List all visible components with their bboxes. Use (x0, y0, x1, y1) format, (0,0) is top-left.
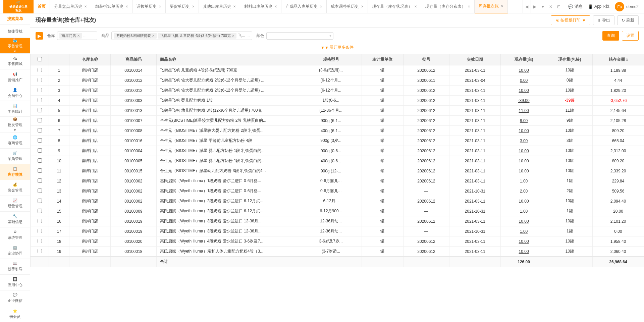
warehouse-tag-remove[interactable]: ✕ (77, 34, 80, 38)
row-checkbox[interactable] (38, 138, 42, 143)
sidebar-item-pi-fa[interactable]: 📦 批发管理 ▼ (0, 117, 30, 132)
warehouse-more[interactable]: ... (83, 34, 87, 38)
row-checkbox[interactable] (38, 249, 42, 253)
cell-checkbox (31, 186, 49, 196)
tab-cheng-ben[interactable]: 成本调整单历史 ✕ (327, 0, 368, 13)
tab-prev-btn[interactable]: ◀ (523, 0, 531, 13)
product-tag-1-remove[interactable]: ✕ (152, 34, 155, 38)
tab-cai-liao[interactable]: 材料出库单历史 ✕ (240, 0, 281, 13)
sidebar-item-ku-cun[interactable]: 📋 库存核算 (0, 164, 30, 180)
tab-close-yao-huo[interactable]: ✕ (192, 5, 195, 8)
warehouse-tag-group[interactable]: 南岸门店 ✕ ... (57, 32, 97, 40)
tab-chan-pin[interactable]: 产成品入库单历史 ✕ (281, 0, 327, 13)
template-print-btn[interactable]: 🖨 按模板打印 ▼ (551, 15, 590, 25)
expand-more-btn[interactable]: ▼▼ 展开更多条件 (321, 45, 354, 50)
tab-close-xian-cun-zhuang[interactable]: ✕ (414, 5, 417, 8)
cell-code: 00100015 (110, 166, 157, 176)
sidebar-item-ying-yong[interactable]: 🔲 应用中心 (0, 275, 30, 290)
tab-close-cai-liao[interactable]: ✕ (274, 5, 277, 8)
sidebar-label-xi-tong: 系统管理 (8, 235, 22, 240)
row-checkbox[interactable] (38, 128, 42, 132)
select-all-checkbox[interactable] (38, 57, 42, 61)
tab-xian-cun-zhuang[interactable]: 现存量（库存状况表） ✕ (368, 0, 421, 13)
sidebar-item-jing-ying[interactable]: 📈 经营管理 (0, 196, 30, 212)
query-button[interactable]: 查询 (602, 31, 619, 41)
export-btn[interactable]: ⬇ 导出 (593, 15, 614, 25)
tab-zu-zhuang[interactable]: 组装拆卸单历史 ✕ (91, 0, 132, 13)
ling-shou-icon: 🏪 (13, 38, 17, 43)
zi-jin-icon: 💰 (13, 182, 17, 187)
sidebar-item-ling-shou[interactable]: 🏪 零售管理 ▼ (0, 38, 30, 54)
sidebar-item-ying-xiao[interactable]: 📢 营销推广 (0, 69, 30, 85)
user-area[interactable]: Ea demo2 (615, 2, 639, 11)
cell-spec: (12-36个月... (300, 106, 362, 116)
amount-info-icon[interactable]: ℹ (626, 57, 628, 61)
sidebar-item-ling-shou-shang[interactable]: 🛍 零售商城 (0, 54, 30, 69)
cell-expire: 2021-03-11 (449, 136, 501, 146)
tab-close-chan-pin[interactable]: ✕ (320, 5, 322, 8)
row-checkbox[interactable] (38, 178, 42, 183)
row-checkbox[interactable] (38, 118, 42, 122)
refresh-btn[interactable]: ↻ 刷新 (617, 15, 639, 25)
row-checkbox[interactable] (38, 239, 42, 243)
sidebar-item-ji-chu[interactable]: 🔧 基础信息 (0, 212, 30, 227)
filter-toggle-btn[interactable]: ▶ (36, 32, 43, 40)
tab-close-tiao-bo[interactable]: ✕ (159, 5, 161, 8)
page-header: 现存量查询(按仓库+批次) 🖨 按模板打印 ▼ ⬇ 导出 ↻ 刷新 (30, 13, 644, 28)
product-tag-more[interactable]: ... (247, 34, 250, 38)
sidebar-search[interactable]: 搜索菜单 (0, 13, 30, 25)
tab-close-cheng-ben[interactable]: ✕ (361, 5, 364, 8)
sidebar-item-ling-shou-tong[interactable]: 📊 零售统计 (0, 101, 30, 117)
message-btn[interactable]: 💬 消息 (568, 4, 583, 9)
tab-close-qi-ta-chu[interactable]: ✕ (233, 5, 236, 8)
sidebar-item-hui-yuan[interactable]: 👤 会员中心 (0, 85, 30, 101)
tab-close-all-btn[interactable]: ✕ (547, 0, 555, 13)
tab-xian-cun-fen[interactable]: 现存量（库存分布表） ✕ (421, 0, 475, 13)
tab-more-btn[interactable]: ▼ (539, 0, 547, 13)
product-more[interactable]: 飞... (238, 33, 245, 39)
sidebar-item-qi-ye-wei[interactable]: 💬 企业微信 (0, 290, 30, 306)
row-checkbox[interactable] (38, 98, 42, 102)
row-checkbox[interactable] (38, 168, 42, 173)
tab-window-btn[interactable]: ⊡ (555, 0, 563, 13)
row-checkbox[interactable] (38, 68, 42, 72)
app-download-btn[interactable]: 📱 App下载 (588, 4, 609, 9)
row-checkbox[interactable] (38, 158, 42, 163)
sidebar-item-qi-ye[interactable]: 🏢 企业协同 (0, 243, 30, 259)
tab-fen-pan[interactable]: 分量盘点单历史 ✕ (50, 0, 91, 13)
tab-tiao-bo[interactable]: 调拨单历史 ✕ (132, 0, 166, 13)
tab-home[interactable]: 首页 (34, 0, 50, 13)
tab-close-ku-cun-pi[interactable]: ✕ (501, 4, 503, 8)
row-checkbox[interactable] (38, 78, 42, 82)
tab-close-xian-cun-fen[interactable]: ✕ (468, 5, 470, 8)
sidebar-item-xi-tong[interactable]: ⚙ 系统管理 (0, 227, 30, 243)
product-tag-2-remove[interactable]: ✕ (232, 34, 234, 38)
sidebar-item-dian-shang[interactable]: 🌐 电商管理 (0, 132, 30, 148)
sidebar-item-xin-shou[interactable]: 📖 新手引导 (0, 259, 30, 275)
tab-ku-cun-pi[interactable]: 库存批次账 ✕ (475, 0, 508, 13)
product-tag-group[interactable]: 飞鹤奶粉3段同赠提装 ✕ 飞鹤星飞帆 儿童奶粉 4段(3-6岁适用) 700克 … (111, 32, 252, 40)
row-checkbox[interactable] (38, 108, 42, 112)
row-checkbox[interactable] (38, 209, 42, 213)
sidebar-quick-nav[interactable]: 快捷导航 (0, 25, 30, 38)
row-checkbox[interactable] (38, 199, 42, 203)
sidebar-item-cai-gou[interactable]: 🛒 采购管理 (0, 149, 30, 164)
cell-index: 15 (49, 206, 69, 216)
cell-expire: 2021-03-11 (449, 106, 501, 116)
cell-checkbox (31, 116, 49, 126)
tab-close-fen-pan[interactable]: ✕ (84, 5, 87, 8)
tab-qi-ta-chu[interactable]: 其他出库单历史 ✕ (199, 0, 240, 13)
row-checkbox[interactable] (38, 148, 42, 153)
color-input[interactable] (266, 32, 333, 40)
color-dropdown-icon[interactable]: ▼ (329, 34, 332, 38)
settings-button[interactable]: 设置 (622, 31, 639, 41)
tab-yao-huo[interactable]: 要货单历史 ✕ (166, 0, 199, 13)
tab-close-zu-zhuang[interactable]: ✕ (125, 5, 128, 8)
row-checkbox[interactable] (38, 88, 42, 92)
sidebar-item-zi-jin[interactable]: 💰 资金管理 (0, 180, 30, 196)
row-checkbox[interactable] (38, 229, 42, 233)
row-checkbox[interactable] (38, 219, 42, 223)
sidebar-item-chang-hui[interactable]: ⭐ 畅会员 (0, 306, 30, 322)
row-checkbox[interactable] (38, 189, 42, 193)
tab-next-btn[interactable]: ▶ (531, 0, 539, 13)
